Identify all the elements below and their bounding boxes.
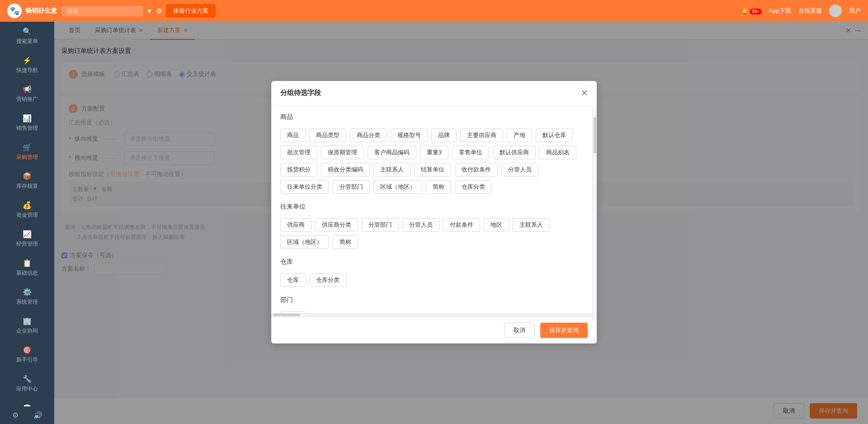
section-partner-fields: 供应商 供应商分类 分管部门 分管人员 付款条件 地区 主联系人 区域（地区） … xyxy=(280,218,588,249)
sidebar-item-system[interactable]: ⚙️ 系统管理 xyxy=(0,282,54,311)
inventory-icon: 📦 xyxy=(23,172,32,181)
quicknav-icon: ⚡ xyxy=(23,56,32,65)
field-manager[interactable]: 分管人员 xyxy=(501,163,538,176)
field-warehouse[interactable]: 仓库 xyxy=(280,273,306,287)
field-partner-main-contact[interactable]: 主联系人 xyxy=(513,218,550,232)
modal-cancel-btn[interactable]: 取消 xyxy=(504,323,535,338)
field-warehouse-category[interactable]: 仓库分类 xyxy=(455,180,492,194)
search-input[interactable] xyxy=(61,6,143,16)
sidebar-item-inventory[interactable]: 📦 库存核算 xyxy=(0,167,54,195)
section-partner: 往来单位 供应商 供应商分类 分管部门 分管人员 付款条件 地区 主联系人 区域… xyxy=(280,203,588,249)
sidebar-label-enterprise: 企业协同 xyxy=(16,327,38,335)
field-product-type[interactable]: 商品类型 xyxy=(309,129,346,142)
sidebar-label-finance: 资金管理 xyxy=(16,211,38,219)
gear-icon[interactable]: ⚙ xyxy=(12,411,19,419)
top-right: 🔔99+ App下载 在线客服 用户 xyxy=(741,5,861,17)
purchase-icon: 🛒 xyxy=(23,143,32,152)
modal-scrollbar-thumb xyxy=(594,117,596,153)
section-department-title: 部门 xyxy=(280,296,588,306)
online-service-link[interactable]: 在线客服 xyxy=(798,7,822,15)
field-partner-payment-terms[interactable]: 付款条件 xyxy=(443,218,480,232)
field-dept[interactable]: 分管部门 xyxy=(333,180,370,194)
sidebar-item-operations[interactable]: 📈 经营管理 xyxy=(0,224,54,253)
field-product-alias[interactable]: 商品别名 xyxy=(539,146,576,159)
sidebar-item-basic-info[interactable]: 📋 基础信息 xyxy=(0,253,54,282)
field-partner-region[interactable]: 地区 xyxy=(484,218,509,232)
sidebar-item-sales[interactable]: 📊 销售管理 xyxy=(0,109,54,138)
sidebar-item-appcenter[interactable]: 🔧 应用中心 xyxy=(0,369,54,398)
field-partner-short-name[interactable]: 简称 xyxy=(333,235,358,249)
sidebar-label-search: 搜索菜单 xyxy=(16,38,38,45)
dropdown-arrow[interactable]: ▼ xyxy=(146,8,152,14)
modal-close-btn[interactable]: ✕ xyxy=(581,88,588,98)
top-center: ▼ ⚙ 体验行业方案 xyxy=(61,4,741,18)
username: 用户 xyxy=(849,7,861,15)
field-warehouse-cat[interactable]: 仓库分类 xyxy=(309,273,346,287)
sidebar-item-finance[interactable]: 💰 资金管理 xyxy=(0,195,54,224)
notification-area[interactable]: 🔔99+ xyxy=(741,8,762,14)
field-settlement-unit[interactable]: 结算单位 xyxy=(414,163,451,176)
field-partner-area[interactable]: 区域（地区） xyxy=(280,235,329,249)
field-main-contact[interactable]: 主联系人 xyxy=(373,163,410,176)
field-weight3[interactable]: 重量3 xyxy=(420,146,448,159)
field-default-warehouse[interactable]: 默认仓库 xyxy=(536,129,573,142)
field-region-product[interactable]: 区域（地区） xyxy=(373,180,422,194)
field-batch-mgmt[interactable]: 批次管理 xyxy=(280,146,317,159)
enterprise-icon: 🏢 xyxy=(23,317,32,325)
section-department: 部门 部门 xyxy=(280,296,588,313)
sidebar-label-sales: 销售管理 xyxy=(16,124,38,132)
field-customer-sku[interactable]: 客户商品编码 xyxy=(368,146,416,159)
basic-info-icon: 📋 xyxy=(23,259,32,267)
top-navigation: 🐾 畅销好生意 ▼ ⚙ 体验行业方案 🔔99+ App下载 在线客服 用户 xyxy=(0,0,868,22)
sidebar-bottom-bar: ⚙ 🔊 xyxy=(0,406,54,424)
avatar[interactable] xyxy=(829,5,842,17)
field-short-name[interactable]: 简称 xyxy=(426,180,451,194)
operations-icon: 📈 xyxy=(23,230,32,238)
field-product[interactable]: 商品 xyxy=(280,129,306,142)
experience-btn[interactable]: 体验行业方案 xyxy=(166,4,216,18)
field-retail-unit[interactable]: 零售单位 xyxy=(452,146,489,159)
modal-header: 分组待选字段 ✕ xyxy=(271,81,597,106)
field-main-supplier[interactable]: 主要供应商 xyxy=(460,129,503,142)
section-warehouse-fields: 仓库 仓库分类 xyxy=(280,273,588,287)
sidebar-item-enterprise[interactable]: 🏢 企业协同 xyxy=(0,311,54,340)
field-spec-model[interactable]: 规格型号 xyxy=(391,129,428,142)
section-product-fields: 商品 商品类型 商品分类 规格型号 品牌 主要供应商 产地 默认仓库 批次管理 … xyxy=(280,129,588,194)
system-icon: ⚙️ xyxy=(23,288,32,296)
section-product: 商品 商品 商品类型 商品分类 规格型号 品牌 主要供应商 产地 默认仓库 批次… xyxy=(280,113,588,194)
sidebar-label-quicknav: 快捷导航 xyxy=(16,67,38,74)
logo-area: 🐾 畅销好生意 xyxy=(7,4,61,18)
sidebar-label-marketing: 营销推广 xyxy=(16,95,38,103)
modal-body[interactable]: 商品 商品 商品类型 商品分类 规格型号 品牌 主要供应商 产地 默认仓库 批次… xyxy=(271,106,597,313)
sidebar-item-purchase[interactable]: 🛒 采购管理 xyxy=(0,138,54,167)
field-default-supplier[interactable]: 默认供应商 xyxy=(493,146,536,159)
settings-icon[interactable]: ⚙ xyxy=(156,7,162,15)
logo-icon: 🐾 xyxy=(7,4,22,18)
modal-hscrollbar[interactable] xyxy=(271,313,597,317)
modal-save-btn[interactable]: 保存并查询 xyxy=(540,323,588,338)
sidebar-item-search[interactable]: 🔍 搜索菜单 xyxy=(0,22,54,51)
modal-title: 分组待选字段 xyxy=(280,89,321,97)
sidebar-item-quicknav[interactable]: ⚡ 快捷导航 xyxy=(0,51,54,80)
modal-scrollbar-track[interactable] xyxy=(592,108,597,321)
sidebar-label-basic-info: 基础信息 xyxy=(16,269,38,277)
field-pick-points[interactable]: 拣货积分 xyxy=(280,163,317,176)
field-expiry-mgmt[interactable]: 保质期管理 xyxy=(321,146,364,159)
sidebar-label-appcenter: 应用中心 xyxy=(16,385,38,393)
field-product-category[interactable]: 商品分类 xyxy=(350,129,387,142)
sidebar-item-marketing[interactable]: 📢 营销推广 xyxy=(0,80,54,109)
sidebar-item-beginner[interactable]: 🎯 新手引导 xyxy=(0,340,54,369)
field-partner-dept[interactable]: 分管部门 xyxy=(362,218,399,232)
field-partner-category[interactable]: 往来单位分类 xyxy=(280,180,329,194)
search-icon: 🔍 xyxy=(23,27,32,36)
volume-icon[interactable]: 🔊 xyxy=(33,411,42,419)
field-supplier[interactable]: 供应商 xyxy=(280,218,311,232)
field-partner-manager[interactable]: 分管人员 xyxy=(402,218,439,232)
app-download-link[interactable]: App下载 xyxy=(769,7,791,15)
field-origin[interactable]: 产地 xyxy=(507,129,532,142)
field-payment-terms[interactable]: 收付款条件 xyxy=(455,163,498,176)
modal-hscrollbar-thumb xyxy=(273,314,300,316)
field-supplier-category[interactable]: 供应商分类 xyxy=(315,218,358,232)
field-tax-code[interactable]: 税收分类编码 xyxy=(321,163,370,176)
field-brand[interactable]: 品牌 xyxy=(431,129,457,142)
